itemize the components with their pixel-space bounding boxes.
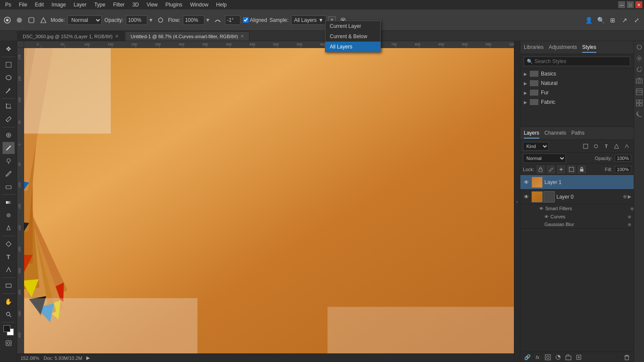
fill-value[interactable]: 100% (615, 166, 631, 173)
toolbar-brush-toggle1[interactable] (27, 15, 36, 25)
menu-file[interactable]: File (15, 1, 30, 9)
right-icon-settings[interactable] (635, 54, 644, 63)
flow-input[interactable] (183, 15, 204, 25)
airbrush-toggle[interactable] (156, 15, 165, 25)
opacity-arrow[interactable]: ▼ (148, 17, 153, 23)
add-mask-btn[interactable] (544, 353, 552, 362)
tab-untitled[interactable]: Untitled-1 @ 66.7% (4.Curves-smart-filte… (125, 31, 249, 41)
menu-plugins[interactable]: Plugins (162, 1, 185, 9)
tool-lasso[interactable] (3, 72, 15, 84)
mode-select[interactable]: Normal (67, 15, 102, 25)
close-button[interactable]: ✕ (635, 1, 642, 8)
aligned-label[interactable]: Aligned (243, 17, 267, 23)
opacity-input[interactable] (126, 15, 147, 25)
angle-input[interactable] (225, 15, 240, 25)
menu-edit[interactable]: Edit (31, 1, 47, 9)
menu-view[interactable]: View (143, 1, 161, 9)
tool-clone[interactable] (3, 155, 15, 167)
layer-fx-btn[interactable]: fx (533, 353, 542, 362)
new-group-btn[interactable] (564, 353, 573, 362)
link-layers-btn[interactable]: 🔗 (523, 353, 532, 362)
layer-0-extra-icon[interactable]: ⊕ (623, 194, 627, 199)
smart-filters-header[interactable]: 👁 Smart Filters ⊕ (539, 204, 634, 213)
tool-brush[interactable] (3, 142, 15, 154)
toolbar-brush-preview[interactable] (15, 15, 24, 25)
tool-move[interactable]: ✥ (3, 43, 15, 55)
tool-blur[interactable] (3, 209, 15, 221)
search-input[interactable] (535, 58, 627, 64)
layer-filter-pixel-icon[interactable] (581, 142, 590, 151)
lock-position-btn[interactable] (557, 166, 565, 173)
tool-text[interactable]: T (3, 251, 15, 263)
share-icon[interactable]: ↗ (620, 15, 629, 25)
tool-zoom[interactable] (3, 308, 15, 320)
collapse-right-panel[interactable]: ‹ (514, 41, 520, 362)
layout-icon[interactable]: ⊞ (608, 15, 617, 25)
aligned-checkbox[interactable] (243, 17, 249, 23)
tool-path-select[interactable] (3, 264, 15, 276)
right-icon-undo-history[interactable] (635, 110, 644, 118)
style-group-fur[interactable]: ▶ Fur (520, 88, 634, 97)
right-icon-grid[interactable] (635, 99, 644, 107)
tab-dsc-close[interactable]: ✕ (115, 34, 118, 39)
right-icon-camera[interactable] (635, 76, 644, 85)
menu-3d[interactable]: 3D (129, 1, 142, 9)
tool-eraser[interactable] (3, 181, 15, 193)
layer-0-visibility-toggle[interactable]: 👁 (523, 193, 530, 200)
canvas-area[interactable] (24, 48, 514, 353)
style-group-natural[interactable]: ▶ Natural (520, 78, 634, 88)
delete-layer-btn[interactable] (623, 353, 631, 362)
menu-window[interactable]: Window (187, 1, 212, 9)
expand-icon[interactable]: ⤢ (632, 15, 641, 25)
smoothing-toggle[interactable] (213, 15, 222, 25)
user-icon[interactable]: 👤 (584, 15, 593, 25)
status-expand-arrow[interactable]: ▶ (86, 355, 90, 361)
tab-dsc[interactable]: DSC_3060.jpg @ 152% (Layer 1, RGB/8#) ✕ (17, 31, 124, 41)
tab-libraries[interactable]: Libraries (524, 42, 544, 53)
curves-filter-item[interactable]: 👁 Curves ⊕ (539, 213, 634, 220)
tool-pen[interactable] (3, 238, 15, 250)
smart-filters-options-icon[interactable]: ⊕ (630, 206, 634, 211)
maximize-button[interactable]: □ (627, 1, 634, 8)
fg-color-swatch[interactable] (3, 325, 10, 332)
menu-ps[interactable]: Ps (2, 1, 15, 9)
tool-crop[interactable] (3, 100, 15, 112)
menu-type[interactable]: Type (91, 1, 109, 9)
dropdown-option-current-layer[interactable]: Current Layer (325, 21, 380, 31)
curves-filter-vis[interactable]: 👁 (544, 214, 549, 219)
layer-filter-shape-icon[interactable] (612, 142, 621, 151)
tool-hand[interactable]: ✋ (3, 296, 15, 308)
layer-kind-select[interactable]: Kind (523, 142, 549, 151)
tab-styles[interactable]: Styles (582, 42, 596, 53)
search-icon[interactable]: 🔍 (596, 15, 605, 25)
tool-magic-wand[interactable] (3, 84, 15, 97)
right-icon-history[interactable] (635, 65, 644, 74)
layers-tab-paths[interactable]: Paths (571, 128, 585, 139)
right-icon-layer-comp[interactable] (635, 87, 644, 96)
tool-marquee[interactable] (3, 59, 15, 71)
menu-help[interactable]: Help (213, 1, 230, 9)
curves-filter-options[interactable]: ⊕ (628, 214, 631, 219)
layer-item-0[interactable]: 👁 Layer 0 ⊕ ▶ (520, 190, 634, 204)
layer-filter-adjust-icon[interactable] (592, 142, 600, 151)
tool-eyedropper[interactable] (3, 113, 15, 125)
layer-filter-smart-icon[interactable] (623, 142, 631, 151)
toolbar-brush-toggle2[interactable] (39, 15, 48, 25)
layer-1-visibility-toggle[interactable]: 👁 (523, 179, 530, 186)
new-layer-btn[interactable] (574, 353, 583, 362)
layers-tab-channels[interactable]: Channels (544, 128, 566, 139)
tool-heal[interactable] (3, 129, 15, 141)
tool-gradient[interactable] (3, 196, 15, 208)
minimize-button[interactable]: — (618, 1, 625, 8)
lock-paint-btn[interactable] (547, 166, 555, 173)
layer-filter-text-icon[interactable]: T (602, 142, 611, 151)
blend-mode-select[interactable]: Normal (523, 154, 566, 163)
lock-pixels-btn[interactable] (537, 166, 544, 173)
menu-layer[interactable]: Layer (70, 1, 90, 9)
smart-filters-vis[interactable]: 👁 (539, 206, 544, 211)
tool-history-brush[interactable] (3, 168, 15, 180)
menu-filter[interactable]: Filter (109, 1, 128, 9)
color-swatches[interactable] (3, 324, 15, 336)
sample-select[interactable]: All Layers ▼ (291, 15, 327, 25)
tool-dodge[interactable] (3, 222, 15, 234)
